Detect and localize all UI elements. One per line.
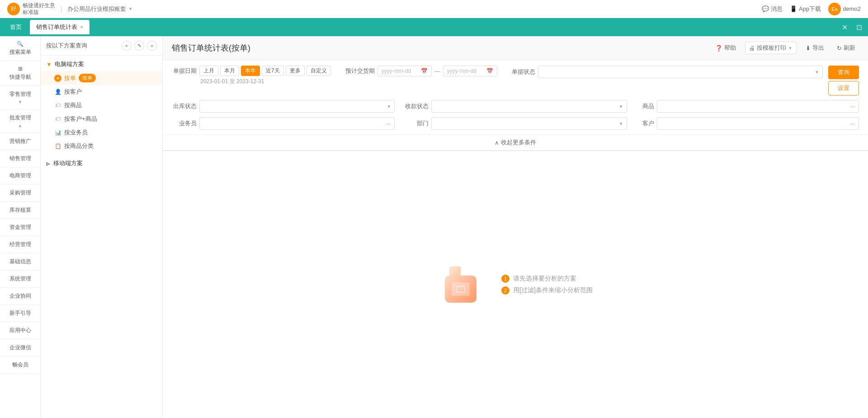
tip-1-num: 1 (501, 275, 509, 283)
print-btn[interactable]: 🖨 按模板打印 ▼ (745, 42, 797, 54)
query-btn[interactable]: 查询 (828, 66, 859, 79)
by-order-label: 按单 (64, 74, 76, 82)
tab-close-icon[interactable]: × (80, 24, 83, 30)
mobile-group-label: 移动端方案 (53, 159, 83, 167)
predicted-date-start[interactable]: yyyy-mm-dd 📅 (377, 66, 432, 76)
scheme-item-by-product-category[interactable]: 📋 按商品分类 (41, 139, 162, 153)
by-product-icon: 🏷 (54, 102, 61, 109)
tip-2-num: 2 (501, 286, 509, 294)
export-btn[interactable]: ⬇ 导出 (802, 42, 828, 54)
date-btn-last-7-days[interactable]: 近7天 (262, 66, 284, 76)
add-scheme-btn[interactable]: + (122, 41, 132, 51)
page-header-actions: ❓ 帮助 🖨 按模板打印 ▼ ⬇ 导出 ↻ 刷新 (712, 42, 859, 54)
date-btn-this-month[interactable]: 本月 (220, 66, 239, 76)
settings-btn[interactable]: 设置 (828, 81, 859, 95)
scheme-group-mobile-title[interactable]: ▶ 移动端方案 (41, 157, 162, 170)
date-range-sep: — (434, 68, 440, 75)
app-download-btn[interactable]: 📱 App下载 (790, 5, 821, 13)
sidebar-item-wechat[interactable]: 企业微信 (0, 339, 40, 356)
sidebar-item-newbie[interactable]: 新手引导 (0, 305, 40, 322)
department-label: 部门 (404, 119, 429, 128)
refresh-btn[interactable]: ↻ 刷新 (833, 42, 859, 54)
sidebar-item-sales[interactable]: 销售管理 (0, 150, 40, 167)
scheme-item-by-customer-product[interactable]: 🏷 按客户+商品 (41, 112, 162, 126)
tab-restore-btn[interactable]: ⊡ (854, 22, 864, 33)
by-customer-icon: 👤 (54, 88, 61, 95)
goods-label: 商品 (636, 102, 654, 110)
empty-illustration (438, 262, 483, 307)
collapse-icon: ∧ (495, 139, 499, 146)
sidebar-item-purchase[interactable]: 采购管理 (0, 185, 40, 202)
help-btn[interactable]: ❓ 帮助 (712, 42, 740, 54)
sidebar-item-system[interactable]: 系统管理 (0, 271, 40, 288)
sidebar-item-ecommerce[interactable]: 电商管理 (0, 167, 40, 185)
active-scheme-indicator: 按单 (79, 74, 96, 82)
help-icon: ❓ (715, 45, 722, 52)
sidebar-item-membership[interactable]: 畅会员 (0, 356, 40, 374)
left-panel-actions: + ✎ « (122, 41, 157, 51)
sidebar-item-app-center[interactable]: 应用中心 (0, 322, 40, 339)
tab-home[interactable]: 首页 (4, 20, 28, 34)
sidebar-item-inventory[interactable]: 库存核算 (0, 202, 40, 219)
by-customer-product-icon: 🏷 (54, 115, 61, 123)
tab-close-window-btn[interactable]: ✕ (839, 22, 850, 33)
payment-status-select[interactable]: 未收款 部分收款 已收款 (431, 100, 627, 113)
date-shortcuts: 上月 本月 本年 近7天 更多 自定义 (199, 66, 331, 76)
scheme-item-by-product[interactable]: 🏷 按商品 (41, 99, 162, 112)
sidebar-item-retail[interactable]: 零售管理 ▼ (0, 86, 40, 109)
breadcrumb-chevron-icon: ▼ (128, 6, 132, 11)
sidebar-item-wholesale[interactable]: 批发管理 ▲ (0, 109, 40, 133)
scheme-item-by-salesperson[interactable]: 📊 按业务员 (41, 126, 162, 139)
sidebar-item-finance[interactable]: 资金管理 (0, 219, 40, 236)
edit-scheme-btn[interactable]: ✎ (134, 41, 144, 51)
salesperson-dots-icon[interactable]: ··· (386, 120, 392, 127)
message-btn[interactable]: 💬 消息 (762, 5, 783, 13)
top-bar: 好 畅捷通好生意 标准版 | 办公用品行业模拟账套 ▼ 💬 消息 📱 App下载… (0, 0, 868, 18)
date-filter-label: 单据日期 (172, 67, 197, 75)
scheme-group-pc-title[interactable]: ▼ 电脑端方案 (41, 57, 162, 71)
tab-bar: 首页 销售订单统计表 × ✕ ⊡ (0, 18, 868, 36)
search-icon: 🔍 (17, 41, 24, 47)
department-select[interactable]: 销售部 采购部 财务部 (431, 117, 627, 130)
export-icon: ⬇ (806, 45, 811, 52)
date-btn-this-year[interactable]: 本年 (241, 66, 260, 76)
filter-and-action: 单据日期 上月 本月 本年 近7天 更多 自定义 2023 (163, 60, 868, 151)
sidebar-quick-nav[interactable]: ⊞ 快捷导航 (0, 61, 40, 86)
scheme-item-by-customer[interactable]: 👤 按客户 (41, 85, 162, 99)
scheme-group-mobile: ▶ 移动端方案 (41, 155, 162, 172)
tab-sales-order-stats[interactable]: 销售订单统计表 × (30, 20, 90, 34)
sidebar-item-basic-info[interactable]: 基础信息 (0, 253, 40, 271)
delivery-status-select[interactable]: 未发货 部分发货 已发货 (199, 100, 395, 113)
salesperson-input[interactable] (199, 117, 395, 130)
date-btn-more[interactable]: 更多 (286, 66, 305, 76)
wholesale-chevron-icon: ▲ (18, 123, 23, 128)
sidebar-item-marketing[interactable]: 营销推广 (0, 133, 40, 150)
predicted-date-end[interactable]: yyyy-mm-dd 📅 (443, 66, 497, 76)
customer-dots-icon[interactable]: ··· (850, 120, 855, 127)
sidebar-search[interactable]: 🔍 搜索菜单 (0, 36, 40, 61)
collapse-bar[interactable]: ∧ 收起更多条件 (163, 134, 868, 151)
sidebar-item-operations[interactable]: 经营管理 (0, 236, 40, 253)
top-bar-left: 好 畅捷通好生意 标准版 | 办公用品行业模拟账套 ▼ (7, 2, 132, 15)
avatar: Ea (828, 3, 841, 15)
customer-input[interactable] (657, 117, 859, 130)
collapse-panel-btn[interactable]: « (147, 41, 157, 51)
goods-dots-icon[interactable]: ··· (850, 103, 855, 110)
print-icon: 🖨 (749, 45, 755, 52)
date-btn-last-month[interactable]: 上月 (199, 66, 218, 76)
scheme-item-by-order[interactable]: ● 按单 按单 (41, 71, 162, 85)
mobile-group-expand-icon: ▶ (46, 160, 51, 167)
breadcrumb[interactable]: 办公用品行业模拟账套 ▼ (67, 5, 132, 13)
tab-bar-actions: ✕ ⊡ (839, 22, 864, 33)
empty-tips: 1 请先选择要分析的方案 2 用[过滤]条件来缩小分析范围 (501, 275, 593, 294)
sidebar-item-enterprise[interactable]: 企业协同 (0, 288, 40, 305)
main-panel: 销售订单统计表(按单) ❓ 帮助 🖨 按模板打印 ▼ ⬇ 导出 (163, 36, 868, 418)
empty-tip-1: 1 请先选择要分析的方案 (501, 275, 593, 283)
doc-status-select[interactable]: 未审核 已审核 已关闭 (538, 66, 823, 78)
app-icon: 📱 (790, 5, 797, 12)
doc-status-label: 单据状态 (512, 68, 535, 76)
by-salesperson-icon: 📊 (54, 129, 61, 136)
user-profile[interactable]: Ea demo2 (828, 3, 861, 15)
date-btn-custom[interactable]: 自定义 (307, 66, 331, 76)
goods-input[interactable] (657, 100, 859, 113)
